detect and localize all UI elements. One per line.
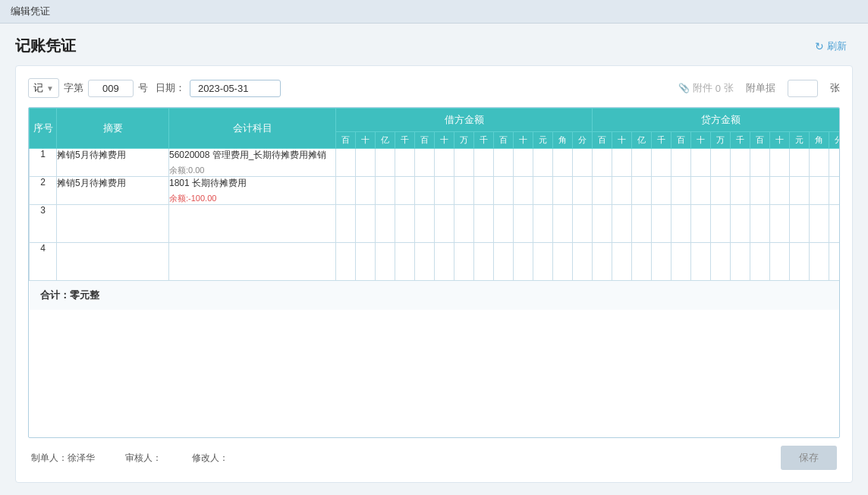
cell-debit-digit[interactable]	[395, 149, 415, 177]
cell-credit-digit[interactable]	[731, 243, 750, 281]
cell-credit-digit[interactable]	[731, 205, 750, 243]
cell-debit-digit[interactable]	[435, 177, 454, 205]
cell-summary[interactable]: 摊销5月待摊费用	[57, 177, 169, 205]
cell-credit-digit[interactable]	[612, 243, 632, 281]
cell-credit-digit[interactable]	[750, 177, 770, 205]
cell-credit-digit[interactable]	[612, 177, 632, 205]
cell-credit-digit[interactable]	[750, 149, 770, 177]
cell-credit-digit[interactable]	[790, 149, 810, 177]
cell-debit-digit[interactable]	[454, 243, 474, 281]
voucher-table-wrap[interactable]: 序号 摘要 会计科目 借方金额 贷方金额 百十亿千百十万千百十元角分百十亿千百十…	[28, 107, 840, 438]
cell-debit-digit[interactable]	[395, 205, 415, 243]
cell-credit-digit[interactable]	[612, 205, 632, 243]
cell-credit-digit[interactable]	[671, 149, 691, 177]
cell-credit-digit[interactable]	[829, 205, 840, 243]
cell-debit-digit[interactable]	[514, 243, 533, 281]
cell-credit-digit[interactable]	[632, 243, 652, 281]
attach-single[interactable]: 附单据	[746, 81, 775, 95]
cell-credit-digit[interactable]	[810, 149, 829, 177]
cell-credit-digit[interactable]	[750, 205, 770, 243]
cell-debit-digit[interactable]	[474, 149, 494, 177]
zhang-input[interactable]	[788, 80, 818, 97]
cell-debit-digit[interactable]	[494, 149, 514, 177]
cell-debit-digit[interactable]	[494, 243, 514, 281]
refresh-button[interactable]: ↻ 刷新	[809, 36, 853, 56]
cell-account[interactable]: 1801 长期待摊费用余额:-100.00	[169, 177, 336, 205]
cell-summary[interactable]	[57, 243, 169, 281]
cell-credit-digit[interactable]	[829, 149, 840, 177]
cell-debit-digit[interactable]	[415, 205, 435, 243]
cell-debit-digit[interactable]	[553, 243, 573, 281]
cell-debit-digit[interactable]	[573, 205, 593, 243]
cell-debit-digit[interactable]	[454, 149, 474, 177]
cell-debit-digit[interactable]	[356, 243, 376, 281]
cell-debit-digit[interactable]	[514, 149, 533, 177]
cell-credit-digit[interactable]	[790, 243, 810, 281]
cell-debit-digit[interactable]	[336, 177, 356, 205]
cell-credit-digit[interactable]	[790, 177, 810, 205]
cell-credit-digit[interactable]	[652, 243, 671, 281]
cell-credit-digit[interactable]	[691, 205, 711, 243]
cell-debit-digit[interactable]	[553, 177, 573, 205]
cell-debit-digit[interactable]	[533, 149, 553, 177]
cell-credit-digit[interactable]	[671, 177, 691, 205]
cell-credit-digit[interactable]	[810, 243, 829, 281]
number-input[interactable]	[88, 80, 134, 97]
cell-debit-digit[interactable]	[356, 149, 376, 177]
cell-debit-digit[interactable]	[474, 177, 494, 205]
cell-summary[interactable]	[57, 205, 169, 243]
cell-debit-digit[interactable]	[494, 205, 514, 243]
cell-debit-digit[interactable]	[415, 243, 435, 281]
cell-credit-digit[interactable]	[711, 177, 731, 205]
cell-debit-digit[interactable]	[454, 205, 474, 243]
cell-credit-digit[interactable]	[632, 177, 652, 205]
cell-credit-digit[interactable]	[770, 205, 790, 243]
cell-summary[interactable]: 摊销5月待摊费用	[57, 149, 169, 177]
cell-credit-digit[interactable]	[593, 149, 612, 177]
cell-credit-digit[interactable]	[731, 149, 750, 177]
cell-seq[interactable]: 4	[30, 243, 57, 281]
cell-debit-digit[interactable]	[533, 177, 553, 205]
cell-credit-digit[interactable]	[593, 205, 612, 243]
cell-debit-digit[interactable]	[336, 205, 356, 243]
cell-debit-digit[interactable]	[435, 205, 454, 243]
cell-debit-digit[interactable]	[494, 177, 514, 205]
cell-credit-digit[interactable]	[770, 177, 790, 205]
cell-credit-digit[interactable]	[691, 177, 711, 205]
cell-seq[interactable]: 1	[30, 149, 57, 177]
cell-debit-digit[interactable]	[533, 205, 553, 243]
cell-debit-digit[interactable]	[553, 205, 573, 243]
cell-debit-digit[interactable]	[454, 177, 474, 205]
cell-debit-digit[interactable]	[474, 205, 494, 243]
cell-debit-digit[interactable]	[376, 243, 395, 281]
cell-credit-digit[interactable]	[671, 243, 691, 281]
cell-debit-digit[interactable]	[336, 243, 356, 281]
cell-debit-digit[interactable]	[573, 149, 593, 177]
cell-debit-digit[interactable]	[573, 177, 593, 205]
cell-credit-digit[interactable]	[593, 177, 612, 205]
cell-debit-digit[interactable]	[356, 177, 376, 205]
cell-credit-digit[interactable]	[731, 177, 750, 205]
cell-credit-digit[interactable]	[593, 243, 612, 281]
cell-account[interactable]	[169, 243, 336, 281]
cell-credit-digit[interactable]	[829, 243, 840, 281]
cell-credit-digit[interactable]	[711, 243, 731, 281]
cell-credit-digit[interactable]	[711, 149, 731, 177]
cell-debit-digit[interactable]	[435, 149, 454, 177]
cell-seq[interactable]: 3	[30, 205, 57, 243]
cell-credit-digit[interactable]	[810, 205, 829, 243]
cell-credit-digit[interactable]	[691, 243, 711, 281]
cell-credit-digit[interactable]	[632, 149, 652, 177]
cell-debit-digit[interactable]	[514, 177, 533, 205]
cell-credit-digit[interactable]	[652, 177, 671, 205]
cell-debit-digit[interactable]	[395, 243, 415, 281]
cell-debit-digit[interactable]	[376, 177, 395, 205]
cell-credit-digit[interactable]	[829, 177, 840, 205]
attachment-link[interactable]: 📎 附件 0 张	[678, 81, 734, 95]
cell-debit-digit[interactable]	[415, 149, 435, 177]
cell-credit-digit[interactable]	[612, 149, 632, 177]
save-button[interactable]: 保存	[781, 446, 837, 470]
cell-debit-digit[interactable]	[376, 205, 395, 243]
cell-debit-digit[interactable]	[533, 243, 553, 281]
cell-credit-digit[interactable]	[711, 205, 731, 243]
